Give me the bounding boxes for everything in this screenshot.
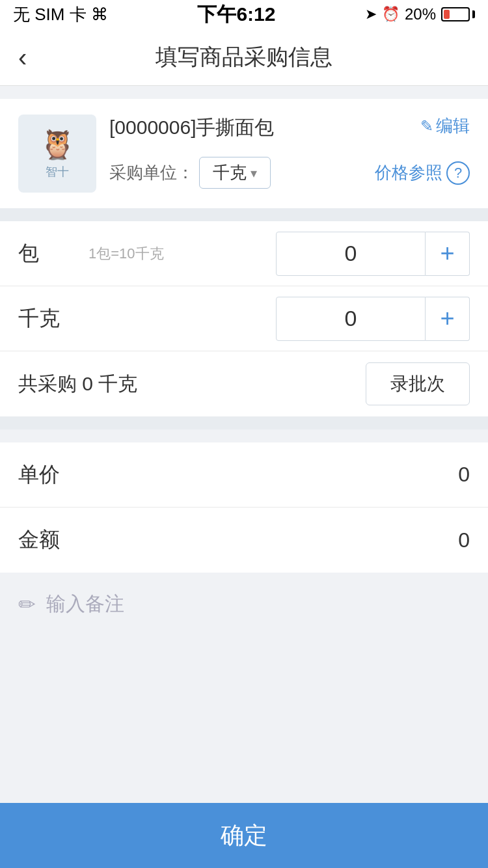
edit-button[interactable]: ✎ 编辑 [420,115,470,137]
page-title: 填写商品采购信息 [156,42,332,72]
back-button[interactable]: ‹ [18,44,27,70]
status-bar: 无 SIM 卡 ⌘ 下午6:12 ➤ ⏰ 20% [0,0,488,29]
status-icons: ➤ ⏰ 20% [365,5,475,23]
dropdown-icon: ▾ [251,165,257,181]
battery-icon [441,7,475,21]
unit-price-row: 单价 0 [0,442,488,508]
edit-label: 编辑 [436,115,470,137]
unit-value: 千克 [213,161,247,184]
total-prefix: 共采购 [18,373,77,394]
batch-button[interactable]: 录批次 [366,362,470,405]
price-reference-button[interactable]: 价格参照 ? [375,161,470,185]
amount-label: 金额 [18,526,60,554]
confirm-button[interactable]: 确定 [0,803,488,868]
bao-label: 包 [18,239,83,268]
amount-value: 0 [458,528,470,552]
batch-label: 录批次 [390,372,445,396]
product-owl-icon: 🦉 [40,128,75,161]
help-icon: ? [446,161,470,185]
bao-quantity-input[interactable] [276,232,426,276]
total-row: 共采购 0 千克 录批次 [0,351,488,416]
amount-row: 金额 0 [0,508,488,573]
unit-selector[interactable]: 千克 ▾ [199,157,271,189]
battery-percent: 20% [405,5,436,23]
edit-icon: ✎ [420,117,433,135]
product-name: [0000006]手撕面包 [109,115,274,141]
notes-placeholder-text: 输入备注 [46,591,124,617]
alarm-icon: ⏰ [382,6,400,23]
total-amount: 0 [82,373,98,394]
section-separator-1 [0,208,488,221]
bao-quantity-box: + [276,232,470,276]
kg-quantity-input[interactable] [276,297,426,341]
unit-prefix-label: 采购单位： [109,161,194,184]
kg-quantity-box: + [276,297,470,341]
total-unit: 千克 [98,373,137,394]
confirm-label: 确定 [221,820,267,852]
bao-plus-button[interactable]: + [426,232,470,276]
notes-section[interactable]: ✏ 输入备注 [0,573,488,755]
price-ref-label: 价格参照 [375,161,442,184]
carrier-text: 无 SIM 卡 ⌘ [13,3,108,26]
quantity-section: 包 1包=10千克 + 千克 + [0,221,488,351]
bao-input-row: 包 1包=10千克 + [0,221,488,286]
kg-plus-button[interactable]: + [426,297,470,341]
product-card: 🦉 智十 [0000006]手撕面包 ✎ 编辑 采购单位： 千克 ▾ [0,99,488,208]
total-text: 共采购 0 千克 [18,371,137,398]
unit-price-value: 0 [458,463,470,487]
section-separator-2 [0,416,488,429]
location-icon: ➤ [365,6,377,23]
kg-input-row: 千克 + [0,286,488,351]
notes-pencil-icon: ✏ [18,592,36,617]
product-image: 🦉 智十 [18,115,96,193]
bao-sublabel: 1包=10千克 [88,244,164,264]
price-section: 单价 0 金额 0 [0,442,488,573]
time-display: 下午6:12 [197,1,275,28]
kg-label: 千克 [18,305,83,333]
product-info: [0000006]手撕面包 ✎ 编辑 采购单位： 千克 ▾ 价格参照 ? [109,115,470,189]
unit-price-label: 单价 [18,461,60,489]
nav-bar: ‹ 填写商品采购信息 [0,29,488,86]
brand-label: 智十 [46,164,69,180]
